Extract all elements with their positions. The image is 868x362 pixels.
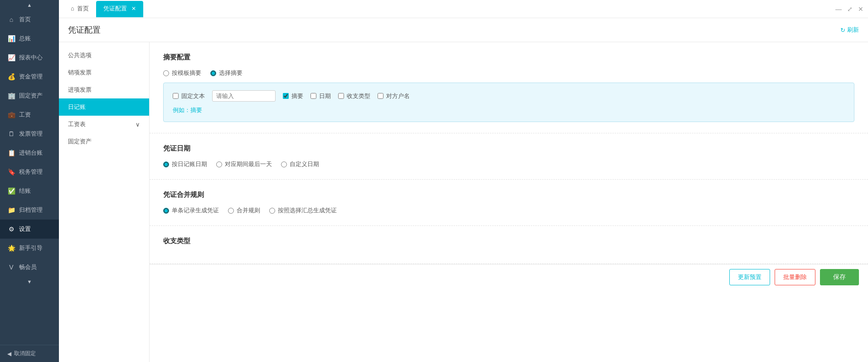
single-record-radio[interactable] bbox=[163, 208, 169, 214]
fixed-text-checkbox[interactable] bbox=[173, 93, 179, 99]
single-record-label: 单条记录生成凭证 bbox=[172, 206, 219, 215]
last-day-radio[interactable] bbox=[216, 161, 222, 167]
guide-icon: 🌟 bbox=[7, 245, 15, 252]
merge-rule-radio[interactable] bbox=[228, 208, 234, 214]
sidebar-item-settings[interactable]: ⚙ 设置 bbox=[0, 220, 59, 239]
sidebar-item-guide[interactable]: 🌟 新手引导 bbox=[0, 239, 59, 258]
abstract-checkbox[interactable] bbox=[283, 93, 289, 99]
settle-icon: ✅ bbox=[7, 187, 15, 195]
ledger-icon: 📊 bbox=[7, 35, 15, 42]
update-preview-button[interactable]: 更新预置 bbox=[729, 269, 770, 285]
custom-date-radio[interactable] bbox=[281, 161, 287, 167]
tab-home[interactable]: ⌂ 首页 bbox=[63, 1, 96, 17]
single-record-option[interactable]: 单条记录生成凭证 bbox=[163, 206, 219, 215]
journal-date-radio[interactable] bbox=[163, 161, 169, 167]
sidebar-item-report[interactable]: 📈 报表中心 bbox=[0, 48, 59, 67]
sidebar-item-ledger[interactable]: 📊 总账 bbox=[0, 29, 59, 48]
income-type-checkbox[interactable] bbox=[338, 93, 344, 99]
settings-icon: ⚙ bbox=[7, 225, 15, 233]
sidebar-unpin-button[interactable]: ◀ 取消固定 bbox=[0, 345, 59, 362]
left-nav: 公共选项 销项发票 进项发票 日记账 工资表 ∨ 固定资产 bbox=[59, 42, 150, 362]
save-button[interactable]: 保存 bbox=[820, 269, 859, 285]
sidebar-item-payroll[interactable]: 💼 工资 bbox=[0, 105, 59, 124]
sidebar-bottom-label: 取消固定 bbox=[14, 350, 36, 357]
archive-icon: 📁 bbox=[7, 206, 15, 214]
left-nav-label: 日记账 bbox=[68, 103, 86, 111]
left-nav-label: 进项发票 bbox=[68, 86, 92, 94]
abstract-check-label: 摘要 bbox=[291, 92, 303, 100]
left-nav-payroll-table[interactable]: 工资表 ∨ bbox=[59, 116, 149, 133]
abstract-config-box: 固定文本 摘要 日期 bbox=[163, 83, 854, 122]
main-area: ⌂ 首页 凭证配置 ✕ — ⤢ ✕ 凭证配置 ↻ 刷新 公共选项 bbox=[59, 0, 868, 362]
sidebar-scroll-up[interactable]: ▲ bbox=[0, 0, 59, 10]
sidebar-item-invoice[interactable]: 🗒 发票管理 bbox=[0, 124, 59, 143]
expand-icon: ∨ bbox=[136, 121, 140, 128]
right-content: 摘要配置 按模板摘要 选择摘要 bbox=[150, 42, 868, 362]
fixed-text-input[interactable] bbox=[212, 90, 276, 102]
sidebar-item-funds[interactable]: 💰 资金管理 bbox=[0, 67, 59, 86]
abstract-template-label: 按模板摘要 bbox=[172, 69, 201, 77]
body-layout: 公共选项 销项发票 进项发票 日记账 工资表 ∨ 固定资产 bbox=[59, 42, 868, 362]
sidebar-scroll-down[interactable]: ▼ bbox=[0, 277, 59, 287]
date-check-label: 日期 bbox=[319, 92, 331, 100]
sidebar-item-home[interactable]: ⌂ 首页 bbox=[0, 10, 59, 29]
date-check-option[interactable]: 日期 bbox=[310, 92, 331, 100]
left-nav-journal[interactable]: 日记账 bbox=[59, 98, 149, 116]
funds-icon: 💰 bbox=[7, 73, 15, 80]
select-summary-radio[interactable] bbox=[269, 208, 275, 214]
merge-rule-label: 合并规则 bbox=[237, 206, 260, 215]
maximize-button[interactable]: ⤢ bbox=[847, 5, 853, 13]
date-checkbox[interactable] bbox=[310, 93, 316, 99]
sidebar-item-assets[interactable]: 🏢 固定资产 bbox=[0, 86, 59, 105]
left-nav-label: 公共选项 bbox=[68, 51, 92, 59]
sidebar-item-label: 设置 bbox=[19, 225, 31, 233]
left-nav-sales-invoice[interactable]: 销项发票 bbox=[59, 64, 149, 81]
refresh-label: 刷新 bbox=[847, 26, 859, 34]
sidebar-item-tax[interactable]: 🔖 税务管理 bbox=[0, 162, 59, 181]
abstract-section-title: 摘要配置 bbox=[163, 53, 854, 62]
sidebar-item-settle[interactable]: ✅ 结账 bbox=[0, 181, 59, 201]
counterpart-checkbox[interactable] bbox=[378, 93, 383, 99]
income-type-section: 收支类型 bbox=[150, 226, 868, 264]
sidebar-item-archive[interactable]: 📁 归档管理 bbox=[0, 201, 59, 220]
refresh-button[interactable]: ↻ 刷新 bbox=[840, 26, 859, 34]
last-day-label: 对应期间最后一天 bbox=[225, 160, 272, 168]
page-header: 凭证配置 ↻ 刷新 bbox=[59, 18, 868, 42]
last-day-option[interactable]: 对应期间最后一天 bbox=[216, 160, 272, 168]
income-type-option[interactable]: 收支类型 bbox=[338, 92, 370, 100]
abstract-select-radio[interactable] bbox=[210, 70, 216, 76]
sidebar-item-label: 结账 bbox=[19, 187, 31, 195]
left-nav-fixed-assets[interactable]: 固定资产 bbox=[59, 133, 149, 150]
close-button[interactable]: ✕ bbox=[858, 5, 863, 13]
income-type-label: 收支类型 bbox=[347, 92, 370, 100]
sidebar-item-purchasesales[interactable]: 📋 进销台账 bbox=[0, 143, 59, 162]
sidebar-item-label: 总账 bbox=[19, 34, 31, 43]
batch-delete-button[interactable]: 批量删除 bbox=[775, 269, 815, 285]
minimize-button[interactable]: — bbox=[835, 5, 842, 13]
counterpart-option[interactable]: 对方户名 bbox=[378, 92, 410, 100]
abstract-check-option[interactable]: 摘要 bbox=[283, 92, 303, 100]
abstract-template-radio[interactable] bbox=[163, 70, 169, 76]
tab-close-icon[interactable]: ✕ bbox=[131, 5, 136, 12]
journal-date-option[interactable]: 按日记账日期 bbox=[163, 160, 207, 168]
sidebar-item-vip[interactable]: V 畅会员 bbox=[0, 258, 59, 277]
select-summary-label: 按照选择汇总生成凭证 bbox=[278, 206, 337, 215]
date-section-title: 凭证日期 bbox=[163, 144, 854, 153]
sidebar-item-label: 税务管理 bbox=[19, 168, 43, 176]
abstract-select-option[interactable]: 选择摘要 bbox=[210, 69, 242, 77]
sidebar-item-label: 报表中心 bbox=[19, 54, 43, 62]
custom-date-option[interactable]: 自定义日期 bbox=[281, 160, 319, 168]
date-section: 凭证日期 按日记账日期 对应期间最后一天 自定义日期 bbox=[150, 133, 868, 180]
tab-voucher-config[interactable]: 凭证配置 ✕ bbox=[96, 1, 143, 17]
abstract-template-option[interactable]: 按模板摘要 bbox=[163, 69, 201, 77]
merge-rule-option[interactable]: 合并规则 bbox=[228, 206, 260, 215]
left-nav-purchase-invoice[interactable]: 进项发票 bbox=[59, 81, 149, 98]
left-nav-public[interactable]: 公共选项 bbox=[59, 47, 149, 64]
fixed-text-option[interactable]: 固定文本 bbox=[173, 92, 205, 100]
invoice-icon: 🗒 bbox=[7, 130, 15, 137]
journal-date-label: 按日记账日期 bbox=[172, 160, 207, 168]
select-summary-option[interactable]: 按照选择汇总生成凭证 bbox=[269, 206, 337, 215]
fixed-text-label: 固定文本 bbox=[181, 92, 205, 100]
assets-icon: 🏢 bbox=[7, 92, 15, 99]
counterpart-label: 对方户名 bbox=[386, 92, 410, 100]
